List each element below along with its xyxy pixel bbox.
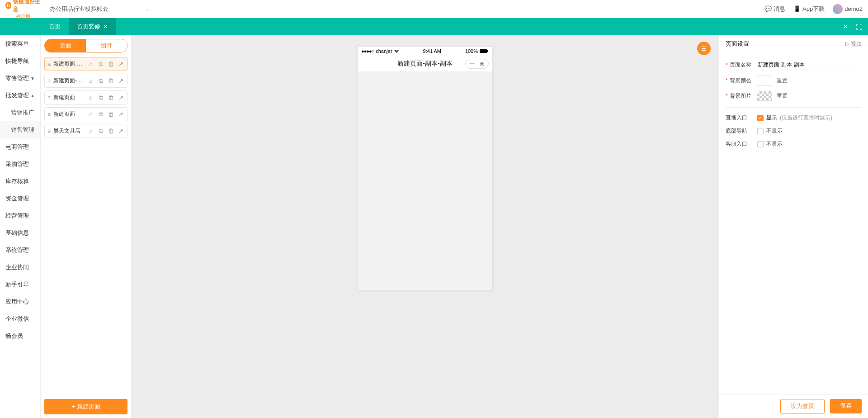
new-page-button[interactable]: + 新建页面 xyxy=(44,399,127,414)
sidebar-item-appcenter[interactable]: 应用中心 xyxy=(0,293,40,310)
live-checkbox[interactable]: ✓ 显示 xyxy=(757,114,777,122)
sidebar-item-basic[interactable]: 基础信息 xyxy=(0,224,40,242)
home-icon[interactable]: ⌂ xyxy=(87,61,94,67)
bgimg-reset[interactable]: 重置 xyxy=(777,92,788,100)
sidebar-item-purchase[interactable]: 采购管理 xyxy=(0,156,40,173)
account-select[interactable]: 办公用品行业模拟账套 ⌄ xyxy=(50,5,150,13)
sidebar-item-operation[interactable]: 经营管理 xyxy=(0,207,40,224)
sidebar-item-quick[interactable]: 快捷导航 xyxy=(0,52,40,70)
page-row[interactable]: ≡ 新建页面 ⌂ ⧉ 🗑 ↗ xyxy=(44,107,127,121)
sidebar-item-system[interactable]: 系统管理 xyxy=(0,242,40,259)
target-icon[interactable]: ◎ xyxy=(478,60,486,67)
caret-down-icon: ▼ xyxy=(30,76,35,81)
sidebar-item-wholesale[interactable]: 批发管理▲ xyxy=(0,87,40,104)
home-icon[interactable]: ⌂ xyxy=(87,111,94,118)
sidebar-item-ecom[interactable]: 电商管理 xyxy=(0,138,40,156)
drag-handle-icon[interactable]: ≡ xyxy=(47,128,51,134)
sidebar-item-search[interactable]: 搜索菜单 xyxy=(0,35,40,52)
app-download-link[interactable]: 📱 App下载 xyxy=(793,5,825,13)
canvas: ☰ ●●●●○ chanjet 9:41 AM 100% xyxy=(131,35,719,418)
phone-navbar: 新建页面-副本-副本 ⋯ ◎ xyxy=(358,56,492,72)
tab-home[interactable]: 首页 xyxy=(41,18,69,35)
checkbox-icon xyxy=(757,141,764,147)
copy-icon[interactable]: ⧉ xyxy=(97,111,104,118)
battery-label: 100% xyxy=(465,48,478,54)
bgcolor-swatch[interactable] xyxy=(757,76,772,86)
set-home-button[interactable]: 设为首页 xyxy=(780,399,825,413)
sidebar-item-retail[interactable]: 零售管理▼ xyxy=(0,70,40,87)
share-icon[interactable]: ↗ xyxy=(117,61,124,67)
carrier-label: chanjet xyxy=(376,48,392,54)
cs-checkbox[interactable]: 不显示 xyxy=(757,140,783,148)
bgimg-swatch[interactable] xyxy=(757,91,772,101)
messages-link[interactable]: 💬 消息 xyxy=(764,5,785,13)
logo-text: 畅捷通好生意 xyxy=(13,0,41,13)
menu-toggle-icon[interactable]: ☰ xyxy=(697,42,711,55)
sidebar-item-member[interactable]: 畅会员 xyxy=(0,328,40,345)
sidebar-item-collab[interactable]: 企业协同 xyxy=(0,259,40,276)
live-hint: (仅当进行直播时展示) xyxy=(780,114,832,122)
copy-icon[interactable]: ⧉ xyxy=(97,61,104,68)
home-icon[interactable]: ⌂ xyxy=(87,128,94,134)
tabbar-close-icon[interactable]: ✕ xyxy=(841,22,850,31)
page-row[interactable]: ≡ 新建页面-副本 ⌂ ⧉ 🗑 ↗ xyxy=(44,74,127,88)
page-name: 昊天文具店 xyxy=(53,127,85,135)
phone-preview: ●●●●○ chanjet 9:41 AM 100% xyxy=(357,46,493,290)
page-name: 新建页面-副本... xyxy=(53,60,85,68)
page-row[interactable]: ≡ 昊天文具店 ⌂ ⧉ 🗑 ↗ xyxy=(44,124,127,138)
sidebar-item-inventory[interactable]: 库存核算 xyxy=(0,173,40,190)
home-icon[interactable]: ⌂ xyxy=(87,77,94,84)
share-icon[interactable]: ↗ xyxy=(117,128,124,134)
sidebar: 搜索菜单 快捷导航 零售管理▼ 批发管理▲ 营销推广 销售管理 电商管理 采购管… xyxy=(0,35,41,418)
user-menu[interactable]: demo2 xyxy=(833,4,863,14)
copy-icon[interactable]: ⧉ xyxy=(97,77,104,85)
delete-icon[interactable]: 🗑 xyxy=(107,111,114,118)
delete-icon[interactable]: 🗑 xyxy=(107,128,114,134)
svg-rect-0 xyxy=(480,49,487,53)
logo-mark-icon: b xyxy=(5,2,11,9)
more-icon[interactable]: ⋯ xyxy=(468,60,476,67)
copy-icon[interactable]: ⧉ xyxy=(97,128,104,135)
phone-title: 新建页面-副本-副本 xyxy=(397,60,452,68)
name-label: 页面名称 xyxy=(730,61,757,69)
page-name-input[interactable] xyxy=(757,60,862,70)
video-link[interactable]: ▷ 视频 xyxy=(845,40,862,48)
close-icon[interactable]: ✕ xyxy=(103,24,108,30)
sidebar-item-wechat[interactable]: 企业微信 xyxy=(0,310,40,328)
home-icon[interactable]: ⌂ xyxy=(87,94,94,101)
drag-handle-icon[interactable]: ≡ xyxy=(47,78,51,84)
sidebar-item-guide[interactable]: 新手引导 xyxy=(0,276,40,293)
share-icon[interactable]: ↗ xyxy=(117,94,124,101)
checkbox-icon xyxy=(757,128,764,134)
chevron-down-icon: ⌄ xyxy=(145,5,150,12)
share-icon[interactable]: ↗ xyxy=(117,77,124,84)
delete-icon[interactable]: 🗑 xyxy=(107,77,114,84)
segment-components[interactable]: 组件 xyxy=(86,39,127,52)
sidebar-item-sales[interactable]: 销售管理 xyxy=(0,121,40,138)
play-icon: ▷ xyxy=(845,41,849,47)
tabbar: 首页 首页装修 ✕ ✕ ⛶ xyxy=(0,18,868,35)
page-row[interactable]: ≡ 新建页面-副本... ⌂ ⧉ 🗑 ↗ xyxy=(44,57,127,71)
bgcolor-reset[interactable]: 重置 xyxy=(777,77,788,85)
copy-icon[interactable]: ⧉ xyxy=(97,94,104,101)
drag-handle-icon[interactable]: ≡ xyxy=(47,95,51,101)
live-label: 直播入口 xyxy=(726,114,757,122)
bottom-checkbox[interactable]: 不显示 xyxy=(757,127,783,135)
save-button[interactable]: 保存 xyxy=(830,399,862,413)
fullscreen-icon[interactable]: ⛶ xyxy=(854,22,863,31)
cs-label: 客服入口 xyxy=(726,140,757,148)
share-icon[interactable]: ↗ xyxy=(117,111,124,118)
drag-handle-icon[interactable]: ≡ xyxy=(47,111,51,118)
segment-page[interactable]: 页面 xyxy=(45,39,86,52)
page-row[interactable]: ≡ 新建页面 ⌂ ⧉ 🗑 ↗ xyxy=(44,90,127,104)
logo-edition: 标准版 xyxy=(16,13,31,20)
delete-icon[interactable]: 🗑 xyxy=(107,94,114,101)
wifi-icon xyxy=(394,49,399,53)
status-bar: ●●●●○ chanjet 9:41 AM 100% xyxy=(358,47,492,56)
bgimg-label: 背景图片 xyxy=(730,92,757,100)
tab-decor[interactable]: 首页装修 ✕ xyxy=(69,18,116,35)
sidebar-item-marketing[interactable]: 营销推广 xyxy=(0,104,40,121)
sidebar-item-finance[interactable]: 资金管理 xyxy=(0,190,40,207)
drag-handle-icon[interactable]: ≡ xyxy=(47,61,51,67)
delete-icon[interactable]: 🗑 xyxy=(107,61,114,67)
